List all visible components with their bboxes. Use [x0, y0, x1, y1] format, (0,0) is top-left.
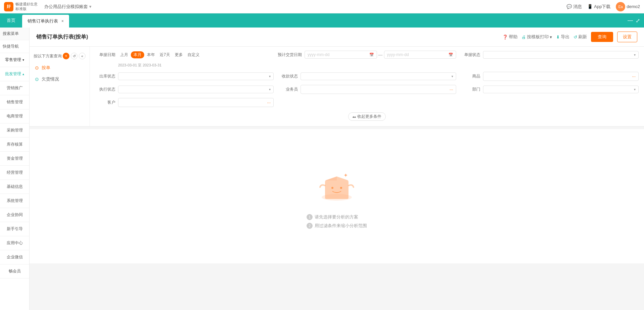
date-btn-more[interactable]: 更多: [173, 51, 185, 58]
step-1-circle: 1: [307, 214, 313, 220]
refresh-btn[interactable]: ↺ 刷新: [574, 34, 587, 40]
page-actions: ❓ 帮助 🖨 按模板打印 ▾ ⬇ 导出 ↺ 刷新 查询 设置: [502, 32, 637, 42]
print-template-btn[interactable]: 🖨 按模板打印 ▾: [522, 34, 552, 40]
warehouse-select[interactable]: ▾: [118, 72, 274, 80]
filter-row-4: 客户 ···: [95, 98, 639, 107]
sidebar-item-member[interactable]: 畅会员: [0, 264, 29, 278]
expected-date-start[interactable]: yyyy-mm-dd 📅: [305, 51, 377, 59]
sidebar-item-basic-info[interactable]: 基础信息: [0, 180, 29, 194]
payment-select[interactable]: ▾: [301, 72, 456, 80]
sidebar-item-purchase-mgmt[interactable]: 采购管理: [0, 123, 29, 138]
date-btn-this-year[interactable]: 本年: [145, 51, 157, 58]
sidebar-item-ecommerce[interactable]: 电商管理: [0, 109, 29, 123]
doc-title[interactable]: 办公用品行业模拟账套 ▾: [44, 4, 92, 10]
arrears-icon: ⊙: [35, 76, 39, 82]
exec-select[interactable]: ▾: [118, 86, 274, 93]
tab-sales-order[interactable]: 销售订单执行表 ×: [22, 15, 69, 28]
help-btn[interactable]: ❓ 帮助: [502, 34, 518, 40]
logo-icon: 好: [4, 2, 13, 11]
collapse-chevron-icon: ▴▴: [353, 115, 356, 118]
help-icon: ❓: [502, 35, 508, 40]
scheme-by-order[interactable]: ⊙ 按单: [30, 62, 90, 73]
empty-svg-icon: ✦: [315, 164, 359, 207]
status-chevron-icon: ▾: [634, 53, 636, 57]
sidebar-item-sys-mgmt[interactable]: 系统管理: [0, 194, 29, 208]
customer-input[interactable]: ···: [118, 98, 274, 107]
retail-expand-icon: ▾: [22, 58, 24, 62]
filter-cell-payment: 收款状态 ▾: [278, 72, 456, 80]
export-btn[interactable]: ⬇ 导出: [556, 34, 570, 40]
goods-input[interactable]: ···: [483, 72, 639, 81]
goods-label: 商品: [460, 73, 480, 79]
date-btn-last-month[interactable]: 上月: [118, 51, 130, 58]
collapse-btn[interactable]: ▴▴ 收起更多条件: [348, 112, 386, 121]
sidebar-item-search-menu[interactable]: 搜索菜单: [0, 28, 29, 40]
date-btn-last-7[interactable]: 近7天: [158, 51, 172, 58]
exec-label: 执行状态: [95, 87, 115, 92]
content-area: 销售订单执行表(按单) ❓ 帮助 🖨 按模板打印 ▾ ⬇ 导出 ↺ 刷新: [30, 28, 644, 310]
filter-cell-warehouse: 出库状态 ▾: [95, 72, 274, 80]
sidebar-item-inventory[interactable]: 库存核算: [0, 138, 29, 152]
sidebar-item-newcomer[interactable]: 新手引导: [0, 222, 29, 236]
tab-home[interactable]: 首页: [0, 13, 22, 28]
sidebar-item-sales-mgmt[interactable]: 销售管理: [0, 95, 29, 109]
logo-text: 畅捷通好生意 标准版: [15, 2, 38, 11]
message-icon: 💬: [567, 4, 572, 9]
add-scheme-btn[interactable]: +: [63, 53, 69, 59]
sidebar-item-marketing[interactable]: 营销推广: [0, 81, 29, 95]
tab-bar: 首页 销售订单执行表 × — ⤢: [0, 13, 644, 28]
empty-step-2: 2 用过滤条件来缩小分析范围: [307, 223, 367, 229]
exec-chevron-icon: ▾: [269, 88, 271, 91]
sidebar-item-enterprise-wechat[interactable]: 企业微信: [0, 250, 29, 264]
sidebar-item-quick-nav[interactable]: 快捷导航: [0, 40, 29, 53]
filter-form: 单据日期 上月 本月 本年 近7天 更多 自定义 预计交货日期: [90, 47, 644, 126]
refresh-scheme-btn[interactable]: ↺: [71, 53, 77, 59]
date-separator: —: [378, 52, 383, 57]
app-download-btn[interactable]: 📱 App下载: [587, 4, 610, 10]
filter-cell-exec: 执行状态 ▾: [95, 86, 274, 93]
scheme-arrears[interactable]: ⊙ 欠货情况: [30, 73, 90, 85]
customer-label: 客户: [95, 100, 115, 105]
filter-cell-expected-date: 预计交货日期 yyyy-mm-dd 📅 — yyyy-mm-dd 📅: [278, 51, 456, 59]
svg-point-4: [340, 187, 342, 189]
date-field-label: 单据日期: [95, 52, 115, 58]
print-icon: 🖨: [522, 35, 526, 40]
setting-button[interactable]: 设置: [617, 32, 637, 42]
sidebar-item-enterprise[interactable]: 企业协同: [0, 208, 29, 222]
tab-close-icon[interactable]: ×: [61, 19, 64, 23]
cal-icon-end: 📅: [448, 53, 453, 57]
empty-step-1-text: 请先选择要分析的方案: [315, 214, 358, 220]
payment-chevron-icon: ▾: [451, 74, 453, 78]
dept-select[interactable]: ▾: [483, 86, 639, 93]
collapse-row: ▴▴ 收起更多条件: [95, 111, 639, 122]
left-panel-title: 按以下方案查询: [34, 53, 62, 59]
date-btn-custom[interactable]: 自定义: [185, 51, 202, 58]
status-select[interactable]: ▾: [483, 51, 639, 59]
date-btn-this-month[interactable]: 本月: [131, 51, 144, 58]
dept-label: 部门: [460, 87, 480, 92]
filter-container: 按以下方案查询 + ↺ « ⊙ 按单 ⊙ 欠货情况: [30, 47, 644, 126]
sidebar-item-finance[interactable]: 资金管理: [0, 152, 29, 166]
logo-area: 好 畅捷通好生意 标准版: [4, 2, 38, 11]
sidebar-item-app-center[interactable]: 应用中心: [0, 236, 29, 250]
filter-cell-goods: 商品 ···: [460, 72, 639, 81]
expected-date-end[interactable]: yyyy-mm-dd 📅: [384, 51, 457, 59]
maximize-icon[interactable]: ⤢: [636, 17, 640, 24]
sidebar-item-operations[interactable]: 经营管理: [0, 166, 29, 180]
step-2-circle: 2: [307, 223, 313, 229]
empty-illustration: ✦: [315, 164, 359, 207]
query-button[interactable]: 查询: [591, 32, 613, 42]
sidebar-item-wholesale-mgmt[interactable]: 批发管理 ▴: [0, 67, 29, 81]
empty-text-container: 1 请先选择要分析的方案 2 用过滤条件来缩小分析范围: [307, 214, 367, 229]
collapse-panel-btn[interactable]: «: [79, 53, 86, 59]
filter-row-3: 执行状态 ▾ 业务员 ··· 部门: [95, 85, 639, 94]
page-header: 销售订单执行表(按单) ❓ 帮助 🖨 按模板打印 ▾ ⬇ 导出 ↺ 刷新: [30, 28, 644, 47]
left-panel-header: 按以下方案查询 + ↺ «: [30, 50, 90, 62]
message-btn[interactable]: 💬 消息: [567, 4, 582, 10]
app-icon: 📱: [587, 4, 593, 9]
salesman-input[interactable]: ···: [301, 85, 456, 94]
user-menu[interactable]: Ea demo2: [616, 2, 640, 11]
left-panel: 按以下方案查询 + ↺ « ⊙ 按单 ⊙ 欠货情况: [30, 47, 90, 126]
minimize-icon[interactable]: —: [628, 17, 633, 23]
sidebar-item-retail-mgmt[interactable]: 零售管理 ▾: [0, 53, 29, 67]
